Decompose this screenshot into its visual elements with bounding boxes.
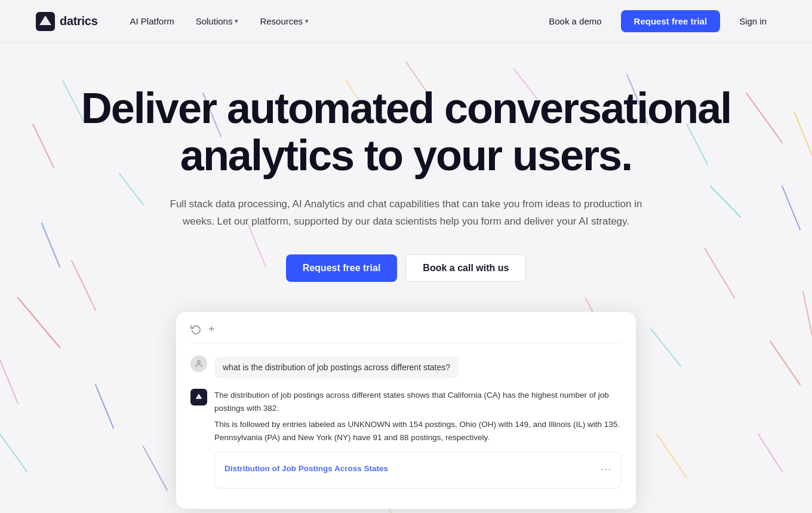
bot-response-line-2: This is followed by entries labeled as U… [214, 418, 622, 444]
nav-solutions[interactable]: Solutions ▾ [187, 11, 247, 31]
nav-resources-chevron-icon: ▾ [305, 17, 309, 25]
chat-preview-window: + what is the distribution of job postin… [176, 312, 636, 509]
chart-menu-icon[interactable]: ⋯ [601, 460, 611, 478]
svg-point-34 [198, 361, 201, 364]
book-call-hero-button[interactable]: Book a call with us [405, 254, 526, 282]
user-message: what is the distribution of job postings… [190, 355, 622, 378]
logo[interactable]: datrics [36, 12, 98, 31]
user-question-text: what is the distribution of job postings… [214, 357, 459, 378]
sign-in-button[interactable]: Sign in [730, 11, 776, 31]
nav-items: AI Platform Solutions ▾ Resources ▾ [122, 11, 540, 31]
chart-card-header: Distribution of Job Postings Across Stat… [224, 460, 611, 478]
history-icon[interactable] [190, 324, 202, 336]
request-trial-hero-button[interactable]: Request free trial [286, 254, 398, 282]
chat-toolbar: + [190, 324, 622, 343]
nav-ai-platform[interactable]: AI Platform [122, 11, 183, 31]
book-demo-button[interactable]: Book a demo [539, 11, 611, 31]
bot-response-line-1: The distribution of job postings across … [214, 389, 622, 414]
svg-marker-35 [196, 394, 202, 399]
nav-resources[interactable]: Resources ▾ [251, 11, 317, 31]
hero-buttons: Request free trial Book a call with us [60, 254, 752, 282]
hero-subtitle: Full stack data processing, AI Analytics… [167, 196, 645, 231]
hero-section: Deliver automated conversational analyti… [0, 43, 812, 513]
navbar: datrics AI Platform Solutions ▾ Resource… [0, 0, 812, 43]
hero-title: Deliver automated conversational analyti… [78, 85, 734, 179]
nav-right: Book a demo Request free trial Sign in [539, 10, 776, 32]
nav-resources-label: Resources [260, 16, 303, 26]
bot-response-text: The distribution of job postings across … [214, 389, 622, 489]
chart-card: Distribution of Job Postings Across Stat… [214, 451, 622, 489]
nav-solutions-label: Solutions [196, 16, 233, 26]
nav-ai-platform-label: AI Platform [130, 16, 174, 26]
logo-icon [36, 12, 55, 31]
add-icon[interactable]: + [208, 324, 220, 336]
chart-card-title: Distribution of Job Postings Across Stat… [224, 462, 388, 475]
bot-avatar-icon [190, 389, 207, 406]
request-trial-nav-button[interactable]: Request free trial [621, 10, 721, 32]
logo-text: datrics [60, 14, 98, 28]
user-avatar-icon [190, 355, 207, 372]
nav-solutions-chevron-icon: ▾ [235, 17, 238, 25]
bot-message: The distribution of job postings across … [190, 389, 622, 489]
